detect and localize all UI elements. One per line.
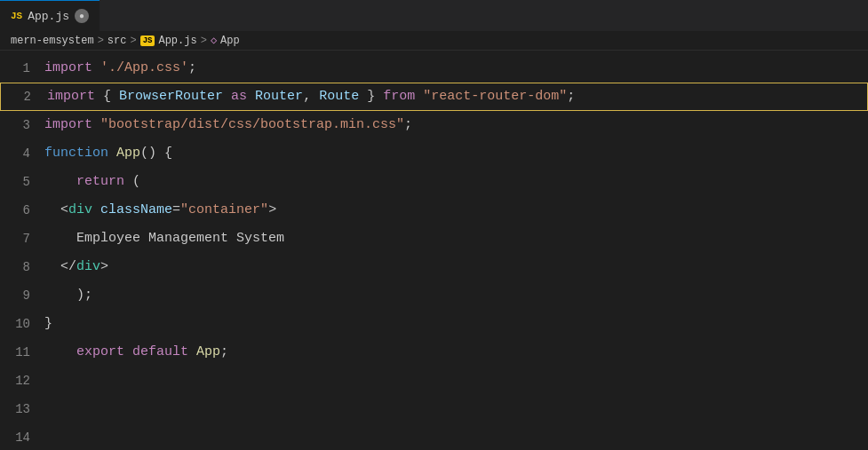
token-plain bbox=[44, 253, 60, 281]
token-plain bbox=[44, 338, 76, 367]
token-punct: } bbox=[359, 83, 383, 111]
breadcrumb-sep-2: > bbox=[130, 35, 136, 47]
token-kw-import: import bbox=[47, 83, 103, 111]
token-plain bbox=[415, 83, 423, 111]
token-punct: ; bbox=[567, 83, 575, 111]
breadcrumb-part-symbol: App bbox=[220, 35, 240, 47]
token-kw-import: import bbox=[44, 54, 100, 83]
line-number-6: 6 bbox=[0, 196, 44, 225]
code-line-6: 6 <div className="container"> bbox=[0, 196, 868, 225]
line-number-14: 14 bbox=[0, 423, 44, 450]
code-line-12: 12 bbox=[0, 367, 868, 395]
token-str-single: './App.css' bbox=[100, 54, 188, 83]
token-plain: Employee Management System bbox=[44, 225, 284, 253]
line-content-7: Employee Management System bbox=[44, 225, 284, 253]
code-line-14: 14 bbox=[0, 423, 868, 450]
editor: 1import './App.css';2import { BrowserRou… bbox=[0, 51, 868, 450]
token-plain bbox=[188, 338, 196, 367]
line-content-4: function App() { bbox=[44, 139, 172, 168]
code-line-10: 10} bbox=[0, 310, 868, 338]
token-punct: , bbox=[303, 83, 319, 111]
code-line-3: 3import "bootstrap/dist/css/bootstrap.mi… bbox=[0, 111, 868, 139]
token-plain bbox=[247, 83, 255, 111]
token-plain bbox=[44, 196, 60, 225]
token-kw-as: as bbox=[231, 83, 247, 111]
line-content-3: import "bootstrap/dist/css/bootstrap.min… bbox=[44, 111, 412, 139]
token-fn-name: App bbox=[116, 139, 140, 168]
line-number-13: 13 bbox=[0, 395, 44, 423]
line-number-11: 11 bbox=[0, 338, 44, 367]
token-plain bbox=[92, 196, 100, 225]
token-kw-import: from bbox=[383, 83, 415, 111]
code-line-9: 9 ); bbox=[0, 281, 868, 310]
token-plain bbox=[223, 83, 231, 111]
token-punct: = bbox=[172, 196, 180, 225]
js-file-icon: JS bbox=[11, 11, 22, 21]
line-number-12: 12 bbox=[0, 367, 44, 395]
line-content-6: <div className="container"> bbox=[44, 196, 276, 225]
code-line-5: 5 return ( bbox=[0, 168, 868, 196]
token-punct: () { bbox=[140, 139, 172, 168]
breadcrumb: mern-emsystem > src > JS App.js > ◇ App bbox=[0, 31, 868, 51]
breadcrumb-sep-3: > bbox=[201, 35, 207, 47]
token-jsx-tag: div bbox=[76, 253, 100, 281]
line-number-8: 8 bbox=[0, 253, 44, 281]
line-content-10: } bbox=[44, 310, 52, 338]
breadcrumb-component-icon: ◇ bbox=[211, 34, 217, 47]
code-line-2: 2import { BrowserRouter as Router, Route… bbox=[0, 83, 868, 111]
token-punct: ; bbox=[404, 111, 412, 139]
line-content-2: import { BrowserRouter as Router, Route … bbox=[45, 83, 577, 111]
app-js-tab[interactable]: JS App.js ● bbox=[0, 0, 100, 31]
token-kw-function: function bbox=[44, 139, 116, 168]
line-number-2: 2 bbox=[1, 83, 45, 111]
line-number-9: 9 bbox=[0, 281, 44, 310]
line-content-11: export default App; bbox=[44, 338, 228, 367]
line-content-1: import './App.css'; bbox=[44, 54, 196, 83]
token-fn-name: App bbox=[196, 338, 220, 367]
token-plain: ( bbox=[124, 168, 140, 196]
tab-label: App.js bbox=[28, 10, 69, 23]
token-kw-import: import bbox=[44, 111, 100, 139]
token-jsx-attr: className bbox=[100, 196, 172, 225]
line-number-10: 10 bbox=[0, 310, 44, 338]
token-identifier: BrowserRouter bbox=[119, 83, 223, 111]
token-kw-default: default bbox=[132, 338, 188, 367]
token-punct: </ bbox=[60, 253, 76, 281]
breadcrumb-sep-1: > bbox=[98, 35, 104, 47]
token-punct: ; bbox=[188, 54, 196, 83]
code-line-11: 11 export default App; bbox=[0, 338, 868, 367]
token-punct: > bbox=[100, 253, 108, 281]
line-number-4: 4 bbox=[0, 139, 44, 168]
code-line-1: 1import './App.css'; bbox=[0, 54, 868, 83]
token-identifier: Route bbox=[319, 83, 359, 111]
line-number-5: 5 bbox=[0, 168, 44, 196]
token-punct: < bbox=[60, 196, 68, 225]
token-punct: { bbox=[103, 83, 119, 111]
code-line-7: 7 Employee Management System bbox=[0, 225, 868, 253]
token-str-double: "react-router-dom" bbox=[423, 83, 567, 111]
breadcrumb-part-project: mern-emsystem bbox=[11, 35, 94, 47]
token-plain bbox=[44, 168, 76, 196]
token-jsx-tag: div bbox=[68, 196, 92, 225]
token-punct: } bbox=[44, 310, 52, 338]
line-number-7: 7 bbox=[0, 225, 44, 253]
token-plain bbox=[124, 338, 132, 367]
line-content-5: return ( bbox=[44, 168, 140, 196]
token-identifier: Router bbox=[255, 83, 303, 111]
line-number-1: 1 bbox=[0, 54, 44, 83]
line-content-9: ); bbox=[44, 281, 92, 310]
breadcrumb-part-src: src bbox=[108, 35, 127, 47]
line-content-8: </div> bbox=[44, 253, 108, 281]
token-jsx-val: "container" bbox=[180, 196, 268, 225]
token-kw-return: return bbox=[76, 168, 124, 196]
tab-close-button[interactable]: ● bbox=[75, 9, 89, 23]
token-str-double: "bootstrap/dist/css/bootstrap.min.css" bbox=[100, 111, 404, 139]
token-punct: ; bbox=[220, 338, 228, 367]
line-number-3: 3 bbox=[0, 111, 44, 139]
code-line-8: 8 </div> bbox=[0, 253, 868, 281]
tab-bar: JS App.js ● bbox=[0, 0, 868, 31]
token-punct: > bbox=[268, 196, 276, 225]
breadcrumb-js-icon: JS bbox=[140, 36, 155, 46]
token-plain: ); bbox=[44, 281, 92, 310]
code-line-4: 4function App() { bbox=[0, 139, 868, 168]
